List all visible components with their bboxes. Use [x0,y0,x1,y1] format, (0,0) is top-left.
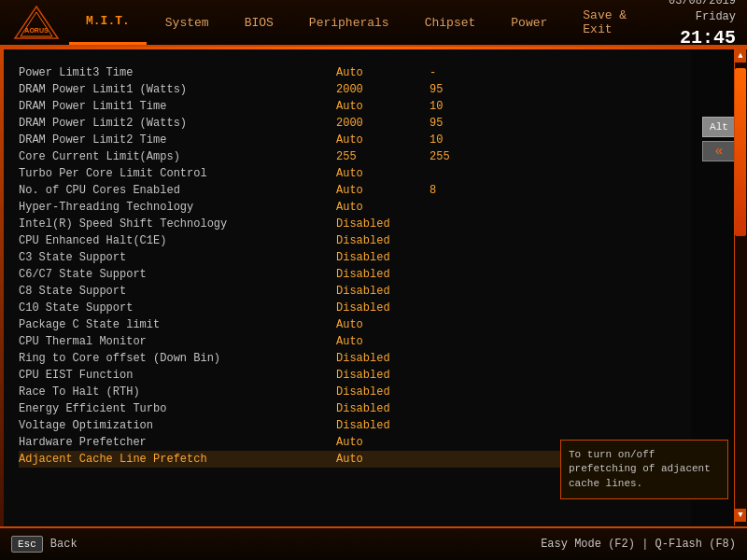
footer: Esc Back Easy Mode (F2) | Q-Flash (F8) [0,526,747,560]
datetime: 03/08/2019 Friday 21:45 [669,0,747,51]
setting-row[interactable]: Intel(R) Speed Shift TechnologyDisabled [19,216,691,232]
setting-row[interactable]: Power Limit3 TimeAuto- [19,64,691,81]
nav-tab-power[interactable]: Power [494,0,564,45]
nav-tabs: M.I.T. System BIOS Peripherals Chipset P… [65,0,669,45]
setting-name: C10 State Support [19,301,336,315]
setting-name: Race To Halt (RTH) [19,385,336,399]
setting-value: Disabled [336,402,430,415]
setting-name: Hardware Prefetcher [19,436,336,449]
setting-value: 2000 [336,83,430,96]
setting-value: Auto [336,167,430,180]
setting-row[interactable]: DRAM Power Limit2 TimeAuto10 [19,132,691,148]
setting-name: Power Limit3 Time [19,66,336,79]
setting-value: Auto [336,66,430,79]
chevron-button[interactable]: « [702,141,736,161]
setting-value2: 10 [430,133,486,147]
setting-row[interactable]: CPU EIST FunctionDisabled [19,367,691,384]
scrollbar-down[interactable]: ▼ [735,509,746,522]
nav-tab-peripherals[interactable]: Peripherals [292,0,406,45]
alt-button[interactable]: Alt [702,117,736,137]
setting-value: Auto [336,100,430,113]
setting-value: Auto [336,453,430,466]
setting-row[interactable]: C6/C7 State SupportDisabled [19,266,691,283]
footer-left: Esc Back [11,536,78,553]
setting-value: Auto [336,318,430,331]
setting-value: Disabled [336,301,430,315]
setting-value: Auto [336,436,430,449]
setting-name: C3 State Support [19,251,336,264]
setting-value: Disabled [336,352,430,365]
setting-value: Auto [336,201,430,214]
setting-value2: 95 [430,83,486,96]
footer-right-text: Easy Mode (F2) | Q-Flash (F8) [541,538,736,551]
nav-tab-system[interactable]: System [148,0,226,45]
setting-row[interactable]: C10 State SupportDisabled [19,300,691,316]
setting-value: Disabled [336,385,430,399]
tooltip-box: To turn on/off prefetching of adjacent c… [560,440,728,499]
setting-name: Turbo Per Core Limit Control [19,167,336,180]
tooltip-text: To turn on/off prefetching of adjacent c… [569,449,711,489]
time-display: 21:45 [669,25,736,51]
setting-row[interactable]: Voltage OptimizationDisabled [19,417,691,434]
setting-row[interactable]: Core Current Limit(Amps)255255 [19,148,691,165]
setting-name: CPU Thermal Monitor [19,335,336,348]
setting-row[interactable]: C3 State SupportDisabled [19,249,691,266]
setting-value2: - [430,66,486,79]
nav-tab-bios[interactable]: BIOS [228,0,290,45]
setting-name: DRAM Power Limit1 (Watts) [19,83,336,96]
setting-name: DRAM Power Limit2 Time [19,133,336,147]
setting-name: DRAM Power Limit1 Time [19,100,336,113]
setting-row[interactable]: C8 State SupportDisabled [19,283,691,300]
setting-value: Disabled [336,419,430,432]
setting-name: Hyper-Threading Technology [19,201,336,214]
setting-row[interactable]: DRAM Power Limit1 (Watts)200095 [19,81,691,98]
setting-name: No. of CPU Cores Enabled [19,184,336,197]
scrollbar-handle[interactable] [735,68,746,236]
setting-value: Auto [336,133,430,147]
setting-name: Energy Efficient Turbo [19,402,336,415]
settings-list: Power Limit3 TimeAuto-DRAM Power Limit1 … [19,64,691,468]
setting-name: DRAM Power Limit2 (Watts) [19,117,336,130]
setting-name: C8 State Support [19,285,336,298]
setting-name: Adjacent Cache Line Prefetch [19,453,336,466]
setting-value2: 95 [430,117,486,130]
setting-row[interactable]: Hyper-Threading TechnologyAuto [19,199,691,216]
setting-value: Disabled [336,234,430,247]
nav-tab-save-exit[interactable]: Save & Exit [566,0,669,45]
date-display: 03/08/2019 [669,0,736,9]
setting-value: Disabled [336,285,430,298]
scrollbar-up[interactable]: ▲ [735,49,746,63]
setting-value2: 255 [430,150,486,163]
setting-row[interactable]: Turbo Per Core Limit ControlAuto [19,165,691,182]
setting-value: Disabled [336,217,430,231]
main-content: Power Limit3 TimeAuto-DRAM Power Limit1 … [0,49,747,525]
setting-row[interactable]: CPU Enhanced Halt(C1E)Disabled [19,232,691,249]
setting-value: Disabled [336,251,430,264]
svg-text:AORUS: AORUS [24,27,49,34]
setting-name: Core Current Limit(Amps) [19,150,336,163]
esc-key[interactable]: Esc [11,536,43,553]
setting-name: CPU EIST Function [19,369,336,382]
header: AORUS M.I.T. System BIOS Peripherals Chi… [0,0,747,47]
setting-value2: 10 [430,100,486,113]
setting-row[interactable]: Package C State limitAuto [19,316,691,333]
setting-name: CPU Enhanced Halt(C1E) [19,234,336,247]
setting-row[interactable]: Ring to Core offset (Down Bin)Disabled [19,350,691,367]
setting-name: Package C State limit [19,318,336,331]
setting-name: Intel(R) Speed Shift Technology [19,217,336,231]
nav-tab-chipset[interactable]: Chipset [408,0,493,45]
aorus-logo: AORUS [13,5,60,40]
setting-row[interactable]: No. of CPU Cores EnabledAuto8 [19,182,691,199]
setting-row[interactable]: Race To Halt (RTH)Disabled [19,384,691,400]
logo-area: AORUS [0,5,65,40]
setting-value: 2000 [336,117,430,130]
setting-value2: 8 [430,184,486,197]
setting-value: Auto [336,335,430,348]
nav-tab-mit[interactable]: M.I.T. [69,0,147,45]
setting-row[interactable]: DRAM Power Limit2 (Watts)200095 [19,115,691,132]
setting-row[interactable]: Energy Efficient TurboDisabled [19,400,691,417]
setting-row[interactable]: CPU Thermal MonitorAuto [19,333,691,350]
setting-row[interactable]: DRAM Power Limit1 TimeAuto10 [19,98,691,115]
setting-value: Auto [336,184,430,197]
setting-name: Voltage Optimization [19,419,336,432]
